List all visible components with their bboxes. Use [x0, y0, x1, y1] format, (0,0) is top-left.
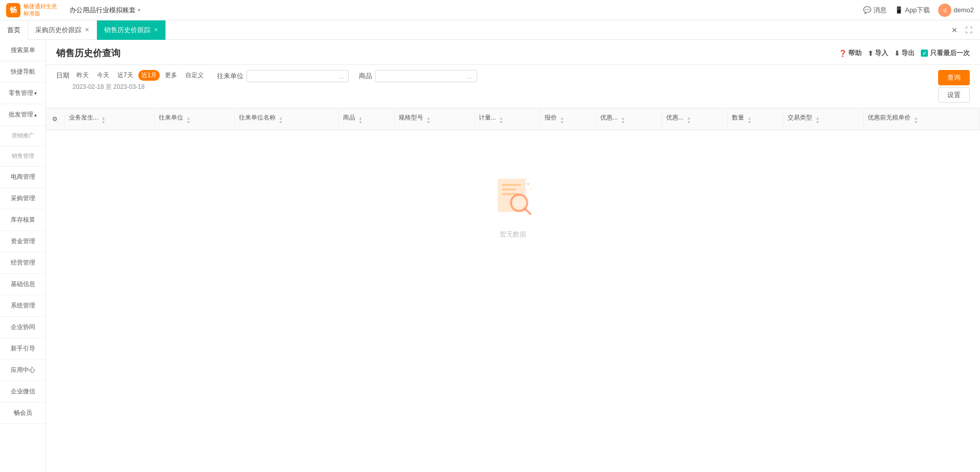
sort-icon: ▲▼ [358, 116, 362, 125]
column-quote[interactable]: 报价 ▲▼ [540, 108, 596, 130]
topbar-left: 畅 畅捷通好生意 标准版 办公用品行业模拟账套 ▾ [6, 3, 140, 17]
sidebar-item-purchase[interactable]: 采购管理 [0, 188, 45, 209]
sort-icon: ▲▼ [499, 116, 503, 125]
filter-bar: 日期 昨天 今天 近7天 近1月 更多 自定义 2023-02-18 至 202… [46, 65, 980, 108]
main-layout: 搜索菜单 快捷导航 零售管理 ▾ 批发管理 ▴ 营销推广 销售管理 电商管理 采… [0, 40, 980, 472]
tab-sales-history[interactable]: 销售历史价跟踪 ✕ [97, 20, 166, 40]
sidebar-system-label: 系统管理 [11, 302, 35, 309]
chevron-down-icon: ▾ [138, 7, 140, 13]
date-tabs: 昨天 今天 近7天 近1月 更多 自定义 [74, 70, 207, 81]
sort-icon: ▲▼ [747, 116, 751, 125]
gear-icon[interactable]: ⚙ [52, 115, 58, 123]
date-tab-today[interactable]: 今天 [94, 70, 112, 81]
sort-icon: ▲▼ [186, 116, 190, 125]
svg-point-9 [525, 178, 527, 180]
filter-partner-group: 往来单位 ... [217, 70, 349, 82]
tab-purchase-close-icon[interactable]: ✕ [85, 27, 89, 33]
tab-close-all-icon[interactable]: ✕ [949, 25, 960, 35]
sort-icon: ▲▼ [914, 116, 918, 125]
workspace-selector[interactable]: 办公用品行业模拟账套 ▾ [69, 6, 140, 15]
content: 销售历史价查询 ❓ 帮助 ⬆ 导入 ⬇ 导出 ✓ [46, 40, 980, 472]
app-icon: 📱 [895, 6, 903, 14]
help-btn[interactable]: ❓ 帮助 [839, 49, 862, 58]
export-btn[interactable]: ⬇ 导出 [894, 49, 915, 58]
sidebar-item-wechat[interactable]: 企业微信 [0, 381, 45, 403]
partner-input[interactable] [251, 73, 336, 80]
date-tab-7days[interactable]: 近7天 [114, 70, 136, 81]
sidebar-inventory-label: 库存核算 [11, 216, 35, 223]
column-spec[interactable]: 规格型号 ▲▼ [395, 108, 475, 130]
product-dots-icon[interactable]: ... [467, 72, 473, 80]
message-btn[interactable]: 💬 消息 [863, 6, 887, 15]
settings-button[interactable]: 设置 [938, 87, 970, 103]
product-filter-input[interactable]: ... [375, 70, 477, 82]
column-biz-date[interactable]: 业务发生... ▲▼ [64, 108, 154, 130]
column-unit[interactable]: 计量... ▲▼ [474, 108, 540, 130]
partner-filter-input[interactable]: ... [247, 70, 349, 82]
only-last-checkbox[interactable]: ✓ 只看最后一次 [921, 49, 970, 58]
column-discount-price[interactable]: 优惠... ▲▼ [662, 108, 728, 130]
logo-text: 畅捷通好生意 标准版 [23, 3, 57, 16]
sidebar-item-appstore[interactable]: 应用中心 [0, 360, 45, 381]
column-discount-rate[interactable]: 优惠... ▲▼ [596, 108, 662, 130]
column-gear[interactable]: ⚙ [46, 108, 64, 130]
sidebar-item-system[interactable]: 系统管理 [0, 295, 45, 317]
svg-line-6 [525, 208, 530, 214]
table-container: ⚙ 业务发生... ▲▼ 往来单位 ▲▼ 往来单位名称 ▲▼ [46, 108, 980, 472]
sidebar-cooperation-label: 企业协同 [11, 323, 35, 331]
sidebar-item-shortcut[interactable]: 快捷导航 [0, 61, 45, 83]
sidebar-member-label: 畅会员 [14, 409, 32, 416]
sidebar-item-inventory[interactable]: 库存核算 [0, 209, 45, 231]
product-filter-label: 商品 [359, 72, 372, 81]
filter-product-group: 商品 ... [359, 70, 477, 82]
logo-icon: 畅 [6, 3, 20, 17]
column-quantity[interactable]: 数量 ▲▼ [728, 108, 783, 130]
empty-icon [487, 171, 538, 224]
sort-icon: ▲▼ [102, 116, 106, 125]
sidebar-appstore-label: 应用中心 [11, 366, 35, 373]
sidebar-guide-label: 新手引导 [11, 345, 35, 352]
sidebar-item-finance[interactable]: 资金管理 [0, 231, 45, 252]
column-partner-name[interactable]: 往来单位名称 ▲▼ [234, 108, 338, 130]
tab-sales-history-label: 销售历史价跟踪 [104, 26, 151, 35]
sidebar-item-guide[interactable]: 新手引导 [0, 338, 45, 360]
date-range-display: 2023-02-18 至 2023-03-18 [72, 83, 207, 91]
sidebar-item-wholesale[interactable]: 批发管理 ▴ [0, 104, 45, 126]
date-tab-yesterday[interactable]: 昨天 [74, 70, 92, 81]
tab-actions: ✕ ⛶ [949, 25, 980, 35]
sidebar-item-cooperation[interactable]: 企业协同 [0, 317, 45, 338]
checkbox-icon: ✓ [921, 50, 928, 57]
sidebar-item-operation[interactable]: 经营管理 [0, 252, 45, 274]
empty-text: 暂无数据 [500, 230, 526, 239]
sidebar-item-retail[interactable]: 零售管理 ▾ [0, 83, 45, 104]
column-pre-tax-price[interactable]: 优惠前无税单价 ▲▼ [864, 108, 980, 130]
sidebar-item-ecommerce[interactable]: 电商管理 [0, 167, 45, 188]
import-btn[interactable]: ⬆ 导入 [868, 49, 888, 58]
column-partner-code[interactable]: 往来单位 ▲▼ [154, 108, 234, 130]
sidebar-item-search[interactable]: 搜索菜单 [0, 40, 45, 61]
user-menu[interactable]: d demo2 [938, 4, 974, 17]
tabbar: 首页 采购历史价跟踪 ✕ 销售历史价跟踪 ✕ ✕ ⛶ [0, 20, 980, 40]
product-input[interactable] [380, 73, 464, 80]
tab-home[interactable]: 首页 [0, 20, 28, 40]
tab-sales-close-icon[interactable]: ✕ [154, 27, 158, 33]
empty-state: 暂无数据 [46, 130, 980, 280]
tab-purchase-history-label: 采购历史价跟踪 [35, 26, 82, 35]
sidebar-item-basic[interactable]: 基础信息 [0, 274, 45, 295]
topbar: 畅 畅捷通好生意 标准版 办公用品行业模拟账套 ▾ 💬 消息 📱 App下载 d… [0, 0, 980, 20]
tab-maximize-icon[interactable]: ⛶ [964, 25, 974, 35]
column-trade-type[interactable]: 交易类型 ▲▼ [783, 108, 864, 130]
svg-point-8 [530, 188, 532, 190]
date-tab-1month[interactable]: 近1月 [138, 70, 160, 81]
query-button[interactable]: 查询 [938, 70, 970, 85]
sort-icon: ▲▼ [426, 116, 430, 125]
tab-purchase-history[interactable]: 采购历史价跟踪 ✕ [28, 20, 97, 40]
date-tab-custom[interactable]: 自定义 [182, 70, 207, 81]
sidebar-item-marketing[interactable]: 营销推广 [0, 126, 45, 146]
column-product[interactable]: 商品 ▲▼ [338, 108, 394, 130]
partner-dots-icon[interactable]: ... [338, 72, 345, 80]
date-tab-more[interactable]: 更多 [162, 70, 180, 81]
sidebar-item-member[interactable]: 畅会员 [0, 403, 45, 424]
sidebar-item-sales-mgmt[interactable]: 销售管理 [0, 146, 45, 167]
app-download-btn[interactable]: 📱 App下载 [895, 6, 930, 15]
